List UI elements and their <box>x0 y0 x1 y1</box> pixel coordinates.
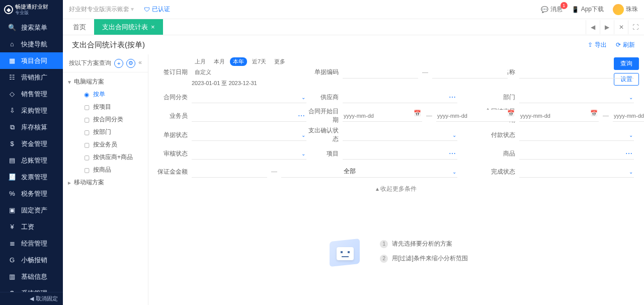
deposit-from[interactable] <box>192 166 267 178</box>
nav-system[interactable]: ⚙系统管理 <box>0 285 63 292</box>
nav-fund[interactable]: $资金管理 <box>0 135 63 152</box>
nav-tax[interactable]: %税务管理 <box>0 185 63 202</box>
nav-salary[interactable]: ¥工资 <box>0 218 63 235</box>
end-date-from[interactable] <box>519 110 599 122</box>
tab-report[interactable]: 支出合同统计表× <box>94 19 163 35</box>
salesman-picker[interactable] <box>192 110 306 122</box>
tabs-prev-button[interactable]: ◀ <box>586 20 600 34</box>
scheme-item-by-dept[interactable]: ▢按部门 <box>63 126 148 138</box>
close-icon[interactable]: × <box>151 23 155 31</box>
tabs-next-button[interactable]: ▶ <box>600 20 614 34</box>
sidebar-nav: 🔍搜索菜单 ⌂快捷导航 ▦项目合同 ☷营销推广 ◇销售管理 ⇩采购管理 ⧉库存核… <box>0 19 63 292</box>
calendar-icon[interactable]: 📅 <box>414 110 421 117</box>
nav-basic[interactable]: ▥基础信息 <box>0 268 63 285</box>
more-icon[interactable]: ⋯ <box>449 93 456 101</box>
scheme-item-by-category[interactable]: ▢按合同分类 <box>63 113 148 126</box>
more-icon[interactable]: ⋯ <box>298 112 305 120</box>
label-dept: 部门 <box>483 93 519 102</box>
label-pay-status: 付款状态 <box>483 131 519 139</box>
finish-status-select[interactable] <box>519 166 634 178</box>
app-download-button[interactable]: 📱App下载 <box>572 5 604 14</box>
main: 好业财专业版演示账套 ▾ 🛡已认证 💬消息1 📱App下载 珠珠 首页 支出合同… <box>63 0 644 305</box>
more-icon[interactable]: ⋯ <box>449 149 456 158</box>
scheme-settings-button[interactable]: ⚙ <box>126 59 135 68</box>
audit-status-select[interactable] <box>192 147 306 160</box>
tab-home[interactable]: 首页 <box>65 19 94 35</box>
chip-more[interactable]: 更多 <box>271 57 288 66</box>
tabs-close-button[interactable]: ✕ <box>614 20 628 34</box>
nav-invoice[interactable]: 🧾发票管理 <box>0 169 63 185</box>
nav-ops[interactable]: ≣经营管理 <box>0 235 63 252</box>
contract-name-input[interactable] <box>519 66 634 79</box>
scheme-item-by-salesman[interactable]: ▢按业务员 <box>63 138 148 151</box>
chip-this-month[interactable]: 本月 <box>211 57 228 66</box>
label-audit-status: 审核状态 <box>155 149 192 158</box>
refresh-button[interactable]: ⟳刷新 <box>616 41 635 49</box>
chip-7days[interactable]: 近7天 <box>249 57 269 66</box>
scheme-panel: 按以下方案查询 + ⚙ « ▾电脑端方案 ◉按单 ▢按项目 ▢按合同分类 ▢按部… <box>63 54 148 305</box>
nav-marketing[interactable]: ☷营销推广 <box>0 69 63 86</box>
label-start-date: 合同开始日期 <box>306 107 343 124</box>
tax-icon: % <box>8 190 16 198</box>
nav-sales[interactable]: ◇销售管理 <box>0 86 63 102</box>
chip-custom[interactable]: 自定义 <box>192 68 214 77</box>
nav-asset[interactable]: ▣固定资产 <box>0 202 63 218</box>
ledger-icon: ▤ <box>8 157 16 165</box>
export-button[interactable]: ⇪导出 <box>588 41 607 49</box>
doc-no-to[interactable] <box>432 66 508 79</box>
project-picker[interactable] <box>343 147 457 160</box>
nav-ledger[interactable]: ▤总账管理 <box>0 152 63 169</box>
date-range-chips: 上月 本月 本年 近7天 更多 自定义 <box>192 57 306 77</box>
caret-right-icon: ▸ <box>68 179 71 186</box>
dept-select[interactable] <box>519 91 634 103</box>
start-date-to[interactable] <box>436 110 516 122</box>
contract-cat-select[interactable] <box>192 91 306 103</box>
pin-toggle[interactable]: ◀取消固定 <box>0 292 63 305</box>
label-finish-status: 完成状态 <box>483 168 519 176</box>
start-date-from[interactable] <box>343 110 422 122</box>
nav-quick[interactable]: ⌂快捷导航 <box>0 36 63 52</box>
page-title: 支出合同统计表(按单) <box>72 40 145 50</box>
scheme-group-desktop[interactable]: ▾电脑端方案 <box>63 75 148 88</box>
calendar-icon[interactable]: 📅 <box>507 110 515 117</box>
scheme-group-mobile[interactable]: ▸移动端方案 <box>63 176 148 189</box>
user-menu[interactable]: 珠珠 <box>613 4 638 15</box>
label-supplier: 供应商 <box>306 93 343 102</box>
end-date-to[interactable] <box>613 110 644 122</box>
collapse-panel-button[interactable]: « <box>138 59 142 68</box>
pay-status-select[interactable] <box>519 129 634 141</box>
product-picker[interactable] <box>519 147 634 160</box>
fund-icon: $ <box>8 140 16 148</box>
search-icon: 🔍 <box>8 24 16 32</box>
messages-badge: 1 <box>560 2 568 9</box>
scheme-item-by-doc[interactable]: ◉按单 <box>63 88 148 101</box>
calendar-icon[interactable]: 📅 <box>590 110 598 117</box>
more-icon[interactable]: ⋯ <box>625 149 633 158</box>
fullscreen-button[interactable]: ⛶ <box>628 20 642 34</box>
expense-icon: G <box>8 256 16 264</box>
chip-this-year[interactable]: 本年 <box>230 57 247 66</box>
nav-search-menu[interactable]: 🔍搜索菜单 <box>0 19 63 36</box>
doc-no-from[interactable] <box>343 66 418 79</box>
scheme-item-by-project[interactable]: ▢按项目 <box>63 101 148 113</box>
nav-project-contract[interactable]: ▦项目合同 <box>0 52 63 69</box>
doc-status-select[interactable] <box>192 129 306 141</box>
messages-button[interactable]: 💬消息1 <box>541 5 562 14</box>
nav-purchase[interactable]: ⇩采购管理 <box>0 102 63 119</box>
scheme-item-by-supplier[interactable]: ▢按供应商+商品 <box>63 151 148 164</box>
confirm-status-select[interactable] <box>343 129 457 141</box>
account-select[interactable]: 好业财专业版演示账套 ▾ <box>69 5 134 14</box>
add-scheme-button[interactable]: + <box>114 59 123 68</box>
supplier-picker[interactable] <box>343 91 457 103</box>
scheme-item-by-product[interactable]: ▢按商品 <box>63 164 148 176</box>
nav-inventory[interactable]: ⧉库存核算 <box>0 119 63 135</box>
collapse-filters-button[interactable]: ▴ 收起更多条件 <box>148 182 644 197</box>
home-icon: ⌂ <box>8 40 16 48</box>
page-header: 支出合同统计表(按单) ⇪导出 ⟳刷新 <box>63 35 644 54</box>
label-sign-date: 签订日期 <box>155 68 192 77</box>
chip-last-month[interactable]: 上月 <box>192 57 209 66</box>
enable-deposit-select[interactable] <box>343 166 457 178</box>
purchase-icon: ⇩ <box>8 107 16 115</box>
step-2-badge: 2 <box>380 255 388 263</box>
nav-expense[interactable]: G小畅报销 <box>0 252 63 268</box>
